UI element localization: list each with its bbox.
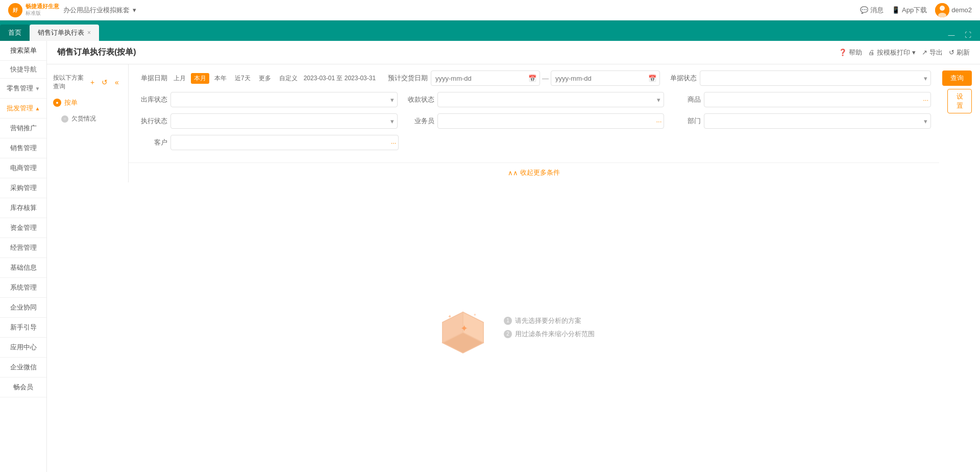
logo-subtitle: 标准版 (26, 10, 59, 17)
exec-status-select[interactable]: ▾ (170, 113, 398, 129)
sidebar-section-retail: 零售管理 ▼ (0, 79, 46, 99)
date-tab-custom[interactable]: 自定义 (276, 73, 301, 84)
date-tab-this-year[interactable]: 本年 (211, 73, 230, 84)
customer-input[interactable]: ··· (170, 135, 399, 150)
exec-status-input[interactable] (171, 117, 387, 125)
delivery-status-input[interactable] (171, 96, 387, 104)
order-status-input[interactable] (700, 75, 921, 82)
app-download-label: App下载 (902, 6, 927, 15)
sidebar-item-inventory[interactable]: 库存核算 (0, 198, 46, 218)
goods-text-input[interactable] (704, 96, 921, 104)
exec-arrow-icon[interactable]: ▾ (387, 117, 397, 125)
tab-bar: 首页 销售订单执行表 × — ⛶ (0, 20, 980, 41)
message-button[interactable]: 💬 消息 (860, 6, 884, 15)
tab-maximize-button[interactable]: ⛶ (962, 29, 974, 41)
refresh-button[interactable]: ↺ 刷新 (949, 48, 970, 57)
sidebar-item-finance[interactable]: 资金管理 (0, 218, 46, 238)
query-button[interactable]: 查询 (942, 70, 972, 86)
sidebar-item-basic[interactable]: 基础信息 (0, 258, 46, 277)
template-print-button[interactable]: 🖨 按模板打印 ▾ (868, 48, 916, 57)
salesman-input[interactable]: ··· (437, 113, 665, 129)
payment-status-select[interactable]: ▾ (437, 92, 665, 107)
sidebar-item-marketing[interactable]: 营销推广 (0, 119, 46, 138)
user-area[interactable]: demo2 (935, 3, 972, 17)
app-download-button[interactable]: 📱 App下载 (892, 6, 927, 15)
customer-dots-icon[interactable]: ··· (389, 139, 399, 147)
sidebar-item-sales[interactable]: 销售管理 (0, 138, 46, 158)
customer-text-input[interactable] (171, 139, 389, 147)
svg-text:✦: ✦ (473, 313, 477, 317)
payment-arrow-icon[interactable]: ▾ (654, 96, 664, 104)
tab-home[interactable]: 首页 (0, 25, 30, 41)
scheme-refresh-icon[interactable]: ↺ (100, 77, 110, 87)
marketing-label: 营销推广 (10, 124, 37, 133)
delivery-arrow-icon[interactable]: ▾ (387, 96, 397, 104)
collapse-button[interactable]: ∧∧ 收起更多条件 (508, 165, 560, 180)
sidebar-section-marketing: 营销推广 (0, 119, 46, 138)
help-button[interactable]: ❓ 帮助 (839, 48, 862, 57)
sidebar-item-wechat[interactable]: 企业微信 (0, 358, 46, 377)
sidebar-item-quick-nav[interactable]: 快捷导航 (0, 61, 46, 79)
goods-field: 商品 ··· (670, 92, 931, 107)
sidebar-item-appstore[interactable]: 应用中心 (0, 338, 46, 357)
filter-row-2: 出库状态 ▾ 收款状态 ▾ (137, 92, 931, 107)
calendar-start-icon[interactable]: 📅 (525, 75, 540, 82)
salesman-label: 业务员 (404, 116, 434, 126)
expected-date-end-input[interactable]: 📅 (551, 70, 660, 86)
logo-area[interactable]: 好 畅捷通好生意 标准版 (8, 3, 59, 17)
tab-minimize-button[interactable]: — (945, 29, 958, 41)
sidebar-item-purchase[interactable]: 采购管理 (0, 178, 46, 198)
date-tab-last-month[interactable]: 上月 (170, 73, 189, 84)
expected-date-start-field[interactable] (431, 75, 525, 82)
expected-date-end-field[interactable] (551, 75, 645, 82)
sidebar-item-system[interactable]: 系统管理 (0, 278, 46, 297)
tab-close-icon[interactable]: × (87, 29, 91, 36)
sidebar-item-guide[interactable]: 新手引导 (0, 318, 46, 337)
scheme-item-by-order[interactable]: ● 按单 (47, 94, 128, 111)
order-status-arrow-icon[interactable]: ▾ (921, 75, 930, 82)
sidebar-section-inventory: 库存核算 (0, 198, 46, 218)
goods-dots-icon[interactable]: ··· (921, 96, 930, 104)
inventory-label: 库存核算 (10, 203, 37, 213)
goods-input[interactable]: ··· (704, 92, 931, 107)
export-button[interactable]: ↗ 导出 (922, 48, 943, 57)
payment-status-input[interactable] (438, 96, 654, 104)
date-tab-this-month[interactable]: 本月 (191, 73, 209, 84)
salesman-text-input[interactable] (438, 117, 654, 125)
salesman-dots-icon[interactable]: ··· (654, 117, 664, 125)
sidebar-section-purchase: 采购管理 (0, 178, 46, 198)
sidebar-item-ecommerce[interactable]: 电商管理 (0, 158, 46, 178)
sidebar-item-operations[interactable]: 经营管理 (0, 238, 46, 257)
sidebar-section-ecommerce: 电商管理 (0, 158, 46, 178)
dept-input[interactable] (704, 117, 921, 125)
tab-sales-order[interactable]: 销售订单执行表 × (30, 25, 99, 41)
empty-content: ✦ ✦ ✦ 1 请先选择要分析的方案 2 用过滤条件来缩小分析范围 (432, 297, 595, 358)
sidebar-search[interactable]: 搜索菜单 (0, 41, 46, 61)
sidebar-section-basic: 基础信息 (0, 258, 46, 278)
settings-button[interactable]: 设置 (947, 89, 972, 113)
scheme-add-icon[interactable]: + (87, 77, 97, 87)
sidebar-item-retail[interactable]: 零售管理 ▼ (0, 79, 46, 98)
breadcrumb[interactable]: 办公用品行业模拟账套 ▾ (63, 6, 136, 15)
expected-date-start-input[interactable]: 📅 (431, 70, 540, 86)
payment-status-label: 收款状态 (404, 95, 434, 104)
sidebar-item-wholesale[interactable]: 批发管理 ▲ (0, 99, 46, 118)
order-status-select[interactable]: ▾ (700, 70, 931, 86)
scheme-sub-icon: ○ (61, 115, 68, 123)
sidebar-item-member[interactable]: 畅会员 (0, 377, 46, 397)
collapse-row: ∧∧ 收起更多条件 (129, 162, 939, 182)
scheme-collapse-icon[interactable]: « (112, 77, 122, 87)
username-label: demo2 (951, 6, 972, 14)
calendar-end-icon[interactable]: 📅 (645, 75, 659, 82)
dept-arrow-icon[interactable]: ▾ (921, 117, 930, 125)
scheme-sub-item-shortage[interactable]: ○ 欠货情况 (47, 111, 128, 126)
date-tab-more[interactable]: 更多 (256, 73, 274, 84)
ecommerce-label: 电商管理 (10, 163, 37, 173)
dept-select[interactable]: ▾ (704, 113, 931, 129)
sidebar-item-enterprise[interactable]: 企业协同 (0, 298, 46, 317)
search-menu-label[interactable]: 搜索菜单 (4, 46, 42, 55)
delivery-status-select[interactable]: ▾ (170, 92, 398, 107)
date-tab-7days[interactable]: 近7天 (232, 73, 254, 84)
payment-status-field: 收款状态 ▾ (404, 92, 665, 107)
scheme-active-icon: ● (53, 99, 61, 107)
